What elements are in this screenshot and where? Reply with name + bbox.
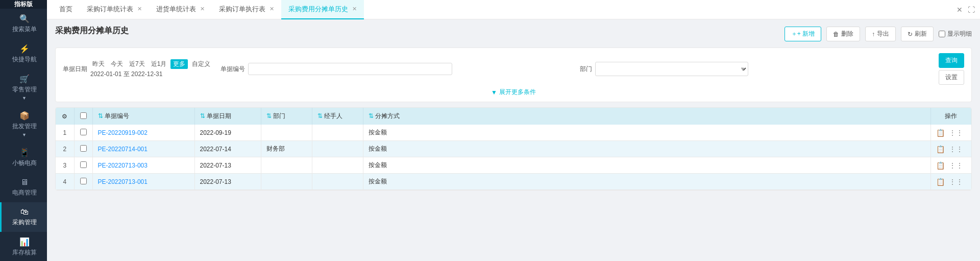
col-date-header: ⇅ 单据日期 — [194, 108, 261, 125]
select-all-checkbox[interactable] — [80, 112, 87, 119]
tab-close-icon[interactable]: ✕ — [200, 6, 205, 12]
row-checkbox-cell — [74, 125, 92, 141]
tab-home[interactable]: 首页 — [52, 0, 80, 19]
edit-icon[interactable]: 📋 — [936, 178, 945, 186]
dept-field: 部门 ▼ — [580, 62, 930, 76]
col-handler-header: ⇅ 经手人 — [312, 108, 363, 125]
col-method-header: ⇅ 分摊方式 — [363, 108, 930, 125]
query-button[interactable]: 查询 — [939, 53, 964, 68]
row-date-cell: 2022-09-19 — [194, 125, 261, 141]
tab-purchase-exec[interactable]: 采购订单执行表 ✕ — [212, 0, 281, 19]
sidebar-item-inventory[interactable]: 📊 库存核算 — [0, 232, 47, 261]
sidebar-item-search[interactable]: 🔍 搜索菜单 — [0, 9, 47, 39]
more-icon[interactable]: ⋮⋮ — [949, 161, 963, 170]
shortcut-today[interactable]: 今天 — [109, 59, 125, 69]
purchase-icon: 🛍 — [20, 207, 29, 217]
sidebar-item-quick[interactable]: ⚡ 快捷导航 — [0, 39, 47, 69]
shortcut-7days[interactable]: 近7天 — [127, 59, 147, 69]
settings-gear-icon[interactable]: ⚙ — [62, 113, 67, 120]
more-icon[interactable]: ⋮⋮ — [949, 178, 963, 186]
row-checkbox[interactable] — [80, 129, 87, 135]
export-button[interactable]: ↑ 导出 — [865, 27, 896, 41]
delete-button[interactable]: 🗑 删除 — [826, 27, 860, 41]
row-date-cell: 2022-07-13 — [194, 157, 261, 174]
table-row: 4 PE-20220713-001 2022-07-13 按金额 📋 ⋮⋮ — [56, 174, 971, 190]
mini-icon: 📱 — [19, 148, 30, 157]
sidebar-item-mini[interactable]: 📱 小畅电商 — [0, 143, 47, 173]
expand-row[interactable]: ▼ 展开更多条件 — [63, 88, 964, 97]
date-field: 单据日期 昨天 今天 近7天 近1月 更多 自定义 2022-01-01 至 2… — [63, 59, 212, 79]
export-icon: ↑ — [872, 31, 875, 38]
edit-icon[interactable]: 📋 — [936, 161, 945, 170]
date-label: 单据日期 — [63, 65, 87, 74]
edit-icon[interactable]: 📋 — [936, 145, 945, 153]
shortcut-more[interactable]: 更多 — [170, 59, 188, 69]
row-dept-cell — [261, 125, 312, 141]
more-icon[interactable]: ⋮⋮ — [949, 129, 963, 137]
show-detail-checkbox-label[interactable]: 显示明细 — [939, 30, 972, 38]
tab-label: 首页 — [59, 5, 72, 14]
show-detail-checkbox[interactable] — [939, 31, 945, 37]
record-link[interactable]: PE-20220713-001 — [98, 178, 148, 185]
row-checkbox[interactable] — [80, 178, 87, 184]
sidebar-item-purchase[interactable]: 🛍 采购管理 — [0, 202, 47, 232]
table-row: 3 PE-20220713-003 2022-07-13 按金额 📋 ⋮⋮ — [56, 157, 971, 174]
row-num-cell: 2 — [56, 141, 74, 157]
tab-label: 采购订单执行表 — [219, 5, 265, 14]
row-op-cell: 📋 ⋮⋮ — [930, 174, 971, 190]
sort-icon: ⇅ — [369, 112, 374, 120]
sidebar-item-label: 采购管理 — [12, 218, 37, 227]
row-handler-cell — [312, 157, 363, 174]
content-area: 采购费用分摊单历史 ＋ + 新增 🗑 删除 ↑ 导出 ↻ 刷新 — [47, 19, 980, 261]
no-input[interactable] — [248, 63, 452, 75]
row-no-cell: PE-20220713-003 — [92, 157, 194, 174]
window-maximize-icon[interactable]: ⛶ — [968, 6, 975, 14]
quick-icon: ⚡ — [19, 44, 30, 54]
sidebar-item-label: 库存核算 — [12, 248, 37, 257]
date-shortcuts: 昨天 今天 近7天 近1月 更多 自定义 — [90, 59, 212, 69]
date-shortcuts-wrap: 昨天 今天 近7天 近1月 更多 自定义 2022-01-01 至 2022-1… — [90, 59, 212, 79]
tab-close-icon[interactable]: ✕ — [352, 6, 357, 12]
settings-button[interactable]: 设置 — [939, 70, 964, 85]
sidebar-item-retail[interactable]: 🛒 零售管理 ▼ — [0, 69, 47, 106]
window-close-icon[interactable]: ✕ — [957, 6, 963, 14]
add-button[interactable]: ＋ + 新增 — [785, 27, 821, 41]
sort-icon: ⇅ — [266, 112, 272, 120]
tab-close-icon[interactable]: ✕ — [137, 6, 142, 12]
tab-bar-actions: ✕ ⛶ — [957, 6, 975, 14]
row-checkbox[interactable] — [80, 161, 87, 168]
sidebar-item-ecommerce[interactable]: 🖥 电商管理 — [0, 173, 47, 202]
tab-label: 进货单统计表 — [156, 5, 196, 14]
data-table: ⚙ ⇅ 单据编号 ⇅ 单据日期 — [56, 108, 971, 190]
shortcut-yesterday[interactable]: 昨天 — [90, 59, 107, 69]
record-link[interactable]: PE-20220713-003 — [98, 162, 148, 169]
refresh-button[interactable]: ↻ 刷新 — [901, 27, 934, 41]
table-row: 1 PE-20220919-002 2022-09-19 按金额 📋 ⋮⋮ — [56, 125, 971, 141]
sort-icon: ⇅ — [200, 112, 205, 120]
tab-purchase-cost[interactable]: 采购费用分摊单历史 ✕ — [281, 0, 364, 19]
row-dept-cell — [261, 157, 312, 174]
show-detail-label: 显示明细 — [947, 30, 972, 38]
dept-select[interactable] — [595, 62, 748, 76]
row-checkbox[interactable] — [80, 145, 87, 152]
row-no-cell: PE-20220714-001 — [92, 141, 194, 157]
tab-bar: 首页 采购订单统计表 ✕ 进货单统计表 ✕ 采购订单执行表 ✕ 采购费用分摊单历… — [47, 0, 980, 19]
search-row-1: 单据日期 昨天 今天 近7天 近1月 更多 自定义 2022-01-01 至 2… — [63, 53, 964, 85]
delete-icon: 🗑 — [833, 31, 839, 38]
row-method-cell: 按金额 — [363, 174, 930, 190]
tab-stock-stats[interactable]: 进货单统计表 ✕ — [149, 0, 212, 19]
page-title: 采购费用分摊单历史 — [55, 26, 129, 36]
expand-label: 展开更多条件 — [499, 88, 536, 97]
sidebar-item-wholesale[interactable]: 📦 批发管理 ▼ — [0, 106, 47, 143]
tab-close-icon[interactable]: ✕ — [270, 6, 274, 12]
row-date-cell: 2022-07-13 — [194, 174, 261, 190]
tab-purchase-stats[interactable]: 采购订单统计表 ✕ — [80, 0, 149, 19]
shortcut-1month[interactable]: 近1月 — [149, 59, 169, 69]
more-icon[interactable]: ⋮⋮ — [949, 145, 963, 153]
shortcut-custom[interactable]: 自定义 — [190, 59, 212, 69]
record-link[interactable]: PE-20220714-001 — [98, 146, 148, 153]
record-link[interactable]: PE-20220919-002 — [98, 129, 148, 136]
add-icon: ＋ — [791, 30, 797, 38]
edit-icon[interactable]: 📋 — [936, 129, 945, 137]
col-settings[interactable]: ⚙ — [56, 108, 74, 125]
